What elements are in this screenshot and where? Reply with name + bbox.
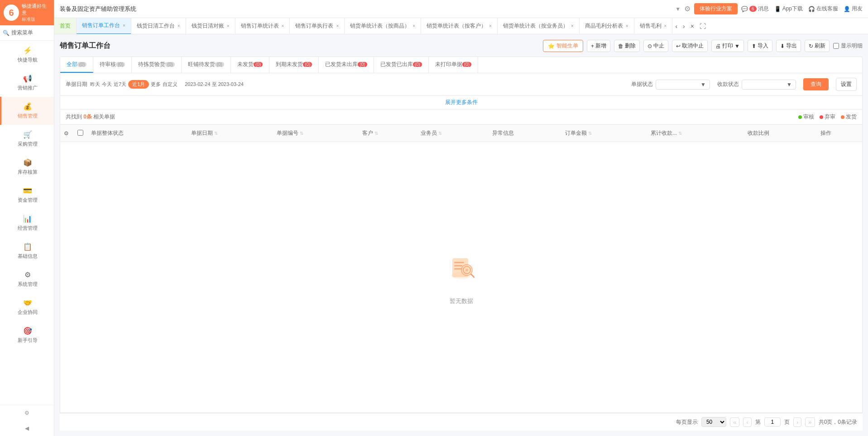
delete-btn[interactable]: 🗑 删除 <box>614 40 640 52</box>
import-btn[interactable]: ⬆ 导入 <box>748 40 772 52</box>
prev-page-btn[interactable]: ‹ <box>743 417 751 427</box>
user-btn[interactable]: 👤 用友 <box>844 5 863 13</box>
add-btn[interactable]: + 新增 <box>587 40 610 52</box>
filter-tab-pending-inspect[interactable]: 待拣货验货(0) <box>132 57 181 73</box>
tab-close-all-btn[interactable]: × <box>688 18 697 34</box>
more-btn[interactable]: 更多 <box>151 81 161 88</box>
ship-action[interactable]: 发货 <box>841 113 857 121</box>
7days-btn[interactable]: 近7天 <box>114 81 126 88</box>
filter-tab-wangpu-ship[interactable]: 旺铺待发货(0) <box>182 57 231 73</box>
date-sort-icon[interactable]: ⇅ <box>214 131 218 136</box>
tab-sales-revenue[interactable]: 销售毛利× <box>634 18 673 34</box>
select-all-checkbox[interactable] <box>77 130 83 136</box>
cancel-action[interactable]: 弃审 <box>820 113 835 121</box>
sidebar-item-system[interactable]: ⚙系统管理 <box>0 265 54 293</box>
tab-close-delivery-stats3[interactable]: × <box>571 24 574 28</box>
customer-sort-icon[interactable]: ⇅ <box>374 131 378 136</box>
sidebar-item-quick-nav[interactable]: ⚡快捷导航 <box>0 41 54 69</box>
tab-close-sales-exec[interactable]: × <box>336 24 339 28</box>
tab-delivery-stats3[interactable]: 销货单统计表（按业务员）× <box>498 18 580 34</box>
header-checkbox[interactable] <box>74 125 87 142</box>
tab-cash-account[interactable]: 钱货日清对账× <box>186 18 235 34</box>
review-action[interactable]: 审核 <box>798 113 814 121</box>
tab-next-btn[interactable]: › <box>680 18 688 34</box>
sidebar-search-btn[interactable]: 🔍 搜索菜单 <box>0 25 54 41</box>
1month-btn[interactable]: 近1月 <box>128 80 149 89</box>
sidebar-item-sales[interactable]: 💰销售管理 <box>0 97 54 125</box>
tab-close-cash-daily[interactable]: × <box>177 24 180 28</box>
app-download-btn[interactable]: 📱 App下载 <box>774 5 803 13</box>
sidebar-collapse-btn[interactable]: ◀ <box>0 421 54 436</box>
sidebar-item-finance[interactable]: 💳资金管理 <box>0 181 54 209</box>
stop-btn[interactable]: ⊙ 中止 <box>643 40 668 52</box>
custom-btn[interactable]: 自定义 <box>163 81 177 88</box>
sidebar-item-basic-info[interactable]: 📋基础信息 <box>0 237 54 265</box>
tab-close-sales-revenue[interactable]: × <box>664 24 667 28</box>
filter-tab-shipped-not-out[interactable]: 已发货未出库(0) <box>319 57 374 73</box>
tab-close-sales-stats[interactable]: × <box>282 24 284 28</box>
filter-tab-all[interactable]: 全部(0) <box>60 57 93 73</box>
tab-close-sales-order[interactable]: × <box>123 23 125 28</box>
filter-tab-expired-not-shipped[interactable]: 到期未发货(0) <box>269 57 319 73</box>
sidebar-item-marketing[interactable]: 📢营销推广 <box>0 69 54 97</box>
amount-sort-icon[interactable]: ⇅ <box>588 131 592 136</box>
sidebar-item-enterprise[interactable]: 🤝企业协同 <box>0 293 54 321</box>
message-btn[interactable]: 💬 6 消息 <box>741 5 769 13</box>
tab-gross-profit[interactable]: 商品毛利分析表× <box>580 18 634 34</box>
tab-home[interactable]: 首页 <box>54 18 77 34</box>
tab-sales-order[interactable]: 销售订单工作台× <box>77 18 131 34</box>
tab-sales-exec[interactable]: 销售订单执行表× <box>290 18 345 34</box>
sidebar-settings-btn[interactable]: ⚙ <box>0 405 54 421</box>
next-page-btn[interactable]: › <box>793 417 801 427</box>
tab-close-delivery-stats[interactable]: × <box>412 24 415 28</box>
collected-sort-icon[interactable]: ⇅ <box>678 131 682 136</box>
tab-maximize-btn[interactable]: ⛶ <box>697 18 709 34</box>
filter-tab-not-shipped[interactable]: 未发货(0) <box>231 57 269 73</box>
filter-tab-not-printed[interactable]: 未打印单据(0) <box>429 57 478 73</box>
payment-select[interactable]: ▼ <box>742 80 796 90</box>
print-btn[interactable]: 🖨 打印 ▼ <box>711 40 744 52</box>
cancel-stop-btn[interactable]: ↩ 取消中止 <box>672 40 708 52</box>
tab-delivery-stats2[interactable]: 销货单统计表（按客户）× <box>421 18 498 34</box>
yesterday-btn[interactable]: 昨天 <box>90 81 100 88</box>
expand-btn[interactable]: 展开更多条件 <box>445 99 478 106</box>
sidebar-item-business[interactable]: 📊经营管理 <box>0 209 54 237</box>
page-input[interactable] <box>764 417 781 427</box>
online-service-btn[interactable]: 🎧 在线客服 <box>808 5 838 13</box>
sidebar-item-purchase[interactable]: 🛒采购管理 <box>0 125 54 153</box>
today-btn[interactable]: 今天 <box>102 81 112 88</box>
tab-close-cash-account[interactable]: × <box>227 24 230 28</box>
last-page-btn[interactable]: » <box>805 417 815 427</box>
number-sort-icon[interactable]: ⇅ <box>300 131 303 136</box>
salesperson-sort-icon[interactable]: ⇅ <box>438 131 442 136</box>
tab-delivery-stats[interactable]: 销货单统计表（按商品）× <box>345 18 421 34</box>
tab-close-gross-profit[interactable]: × <box>626 24 628 28</box>
first-page-btn[interactable]: « <box>730 417 739 427</box>
header-date[interactable]: 单据日期 ⇅ <box>187 125 273 142</box>
show-detail-label[interactable]: 显示明细 <box>833 42 863 50</box>
per-page-select[interactable]: 50 10 20 100 <box>701 417 726 427</box>
tab-prev-btn[interactable]: ‹ <box>672 18 680 34</box>
header-number[interactable]: 单据编号 ⇅ <box>273 125 359 142</box>
solution-button[interactable]: 体验行业方案 <box>694 3 738 14</box>
export-btn[interactable]: ⬇ 导出 <box>776 40 801 52</box>
set-btn[interactable]: 设置 <box>836 78 857 91</box>
sidebar-item-inventory[interactable]: 📦库存核算 <box>0 153 54 181</box>
header-settings-icon[interactable]: ⚙ <box>684 5 691 13</box>
tab-sales-stats[interactable]: 销售订单统计表× <box>235 18 290 34</box>
header-collected[interactable]: 累计收款... ⇅ <box>647 125 744 142</box>
header-customer[interactable]: 客户 ⇅ <box>359 125 417 142</box>
header-settings[interactable]: ⚙ <box>60 125 74 142</box>
refresh-btn[interactable]: ↻ 刷新 <box>805 40 830 52</box>
tab-cash-daily[interactable]: 钱货日清工作台× <box>131 18 186 34</box>
smart-order-btn[interactable]: ⭐ 智能生单 <box>543 40 583 52</box>
show-detail-checkbox[interactable] <box>833 43 839 49</box>
header-amount[interactable]: 订单金额 ⇅ <box>561 125 647 142</box>
filter-tab-shipped-out[interactable]: 已发货已出库(0) <box>374 57 429 73</box>
filter-tab-pending-review[interactable]: 待审核(0) <box>93 57 132 73</box>
sidebar-item-newbie[interactable]: 🎯新手引导 <box>0 321 54 349</box>
header-salesperson[interactable]: 业务员 ⇅ <box>417 125 489 142</box>
query-btn[interactable]: 查询 <box>803 78 829 90</box>
tab-close-delivery-stats2[interactable]: × <box>489 24 492 28</box>
status-select[interactable]: ▼ <box>656 80 710 90</box>
